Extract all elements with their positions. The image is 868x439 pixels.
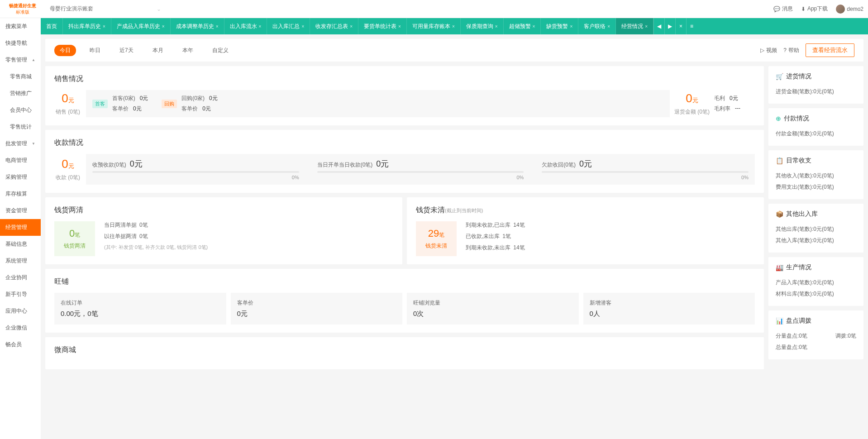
wallet-icon: 📋	[776, 157, 783, 164]
sales-detail-box: 首客 首客(0家)0元 客单价0元 回购 回购(0家)0元 客单价0元	[86, 90, 670, 117]
prepay-segment: 收预收款(0笔)0元 0%	[92, 158, 299, 180]
sidebar-item[interactable]: 批发管理▼	[0, 135, 41, 152]
date-tab[interactable]: 昨日	[84, 45, 106, 56]
sidebar-item[interactable]: 系统管理	[0, 253, 41, 269]
video-link[interactable]: ▷视频	[760, 47, 777, 54]
user-menu[interactable]: demo2	[836, 5, 863, 14]
sidebar-item[interactable]: 采购管理	[0, 169, 41, 186]
message-icon: 💬	[773, 6, 780, 12]
nav-tab[interactable]: 要货单统计表×	[358, 18, 407, 34]
nav-tab[interactable]: 首页	[41, 18, 63, 34]
nav-tab[interactable]: 出入库汇总×	[267, 18, 310, 34]
nav-tab[interactable]: 超储预警×	[504, 18, 541, 34]
microshop-card: 微商城	[45, 337, 764, 369]
nav-tab[interactable]: 收发存汇总表×	[310, 18, 358, 34]
collection-amount-block: 0元 收款 (0笔)	[54, 157, 81, 181]
nav-control[interactable]: ▶	[664, 18, 675, 34]
nav-tab[interactable]: 客户联络×	[578, 18, 616, 34]
date-tab[interactable]: 本月	[147, 45, 169, 56]
close-icon[interactable]: ×	[495, 24, 498, 29]
box-icon: 📦	[776, 210, 783, 218]
repeat-buy-badge: 回购	[162, 100, 177, 108]
close-icon[interactable]: ×	[216, 24, 219, 29]
sidebar-item[interactable]: 零售管理▲	[0, 52, 41, 68]
app-download-link[interactable]: ⬇App下载	[801, 5, 828, 13]
sidebar-item[interactable]: 应用中心	[0, 303, 41, 320]
account-selector[interactable]: 母婴行业演示账套 ⌄	[50, 5, 773, 13]
collection-card: 收款情况 0元 收款 (0笔) 收预收款(0笔)0元 0% 当日开单当日收款(0…	[45, 130, 764, 193]
nav-control[interactable]: ◀	[653, 18, 664, 34]
chevron-icon: ▲	[32, 58, 35, 62]
nav-tab[interactable]: 产成品入库单历史×	[111, 18, 171, 34]
sidebar-item[interactable]: 企业协同	[0, 269, 41, 286]
shop-card: 旺铺 在线订单0.00元，0笔 客单价0元 旺铺浏览量0次 新增潜客0人	[45, 269, 764, 333]
close-icon[interactable]: ×	[259, 24, 262, 29]
sidebar-item[interactable]: 快捷导航	[0, 35, 41, 52]
sidebar-item[interactable]: 搜索菜单	[0, 18, 41, 35]
date-tab[interactable]: 近7天	[114, 45, 139, 56]
avatar	[836, 5, 845, 14]
daily-io-card: 📋日常收支 其他收入(笔数):0元(0笔) 费用支出(笔数):0元(0笔)	[768, 150, 863, 199]
date-range-tabs: 今日昨日近7天本月本年自定义	[54, 45, 234, 56]
main-nav-tabs: 首页抖出库单历史×产成品入库单历史×成本调整单历史×出入库流水×出入库汇总×收发…	[41, 18, 868, 34]
close-icon[interactable]: ×	[162, 24, 165, 29]
help-link[interactable]: ?帮助	[783, 47, 799, 54]
factory-icon: 🏭	[776, 264, 783, 271]
close-icon[interactable]: ×	[570, 24, 572, 29]
sidebar-item[interactable]: 经营管理	[0, 219, 41, 236]
avg-price-cell: 客单价0元	[231, 293, 403, 324]
date-tab[interactable]: 本年	[177, 45, 199, 56]
sidebar-item[interactable]: 会员中心	[0, 102, 41, 119]
toolbar: 今日昨日近7天本月本年自定义 ▷视频 ?帮助 查看经营流水	[45, 39, 863, 62]
payment-card: ⊕付款情况 付款金额(笔数):0元(0笔)	[768, 108, 863, 146]
nav-tab[interactable]: 保质期查询×	[461, 18, 504, 34]
play-icon: ▷	[760, 47, 764, 53]
sidebar-item[interactable]: 库存核算	[0, 186, 41, 202]
sales-card: 销售情况 0元 销售 (0笔) 首客 首客(0家)0元 客单价0元	[45, 66, 764, 125]
logo: 畅捷通好生意 标准版	[5, 3, 41, 15]
nav-control[interactable]: ×	[675, 18, 686, 34]
view-flow-button[interactable]: 查看经营流水	[806, 43, 854, 57]
close-icon[interactable]: ×	[645, 24, 648, 29]
close-icon[interactable]: ×	[301, 24, 304, 29]
nav-tab[interactable]: 可用量库存账本×	[407, 18, 461, 34]
close-icon[interactable]: ×	[398, 24, 401, 29]
sidebar-item[interactable]: 新手引导	[0, 286, 41, 303]
download-icon: ⬇	[801, 6, 806, 12]
nav-tab[interactable]: 经营情况×	[616, 18, 653, 34]
messages-link[interactable]: 💬消息	[773, 5, 793, 13]
close-icon[interactable]: ×	[350, 24, 353, 29]
date-tab[interactable]: 自定义	[207, 45, 234, 56]
nav-control[interactable]: ≡	[686, 18, 697, 34]
sidebar-item[interactable]: 基础信息	[0, 236, 41, 253]
nav-tab[interactable]: 抖出库单历史×	[63, 18, 111, 34]
account-name: 母婴行业演示账套	[50, 5, 93, 13]
clear-count-box: 0笔 钱货两清	[54, 221, 95, 256]
money-goods-unclear-card: 钱货未清(截止到当前时间) 29笔 钱货未清 到期未收款,已出库14笔 已收款,…	[407, 197, 764, 264]
close-icon[interactable]: ×	[452, 24, 455, 29]
close-icon[interactable]: ×	[533, 24, 535, 29]
collection-title: 收款情况	[54, 138, 755, 148]
close-icon[interactable]: ×	[607, 24, 610, 29]
first-customer-badge: 首客	[92, 100, 108, 108]
nav-tab[interactable]: 成本调整单历史×	[171, 18, 224, 34]
sidebar-item[interactable]: 营销推广	[0, 85, 41, 102]
money-icon: ⊕	[776, 115, 781, 122]
top-bar: 畅捷通好生意 标准版 母婴行业演示账套 ⌄ 💬消息 ⬇App下载 demo2	[0, 0, 868, 18]
return-amount-block: 0元 退货金额 (0笔)	[674, 91, 710, 116]
date-tab[interactable]: 今日	[54, 45, 76, 56]
close-icon[interactable]: ×	[103, 24, 105, 29]
chevron-icon: ▼	[32, 142, 35, 146]
nav-tab[interactable]: 出入库流水×	[224, 18, 267, 34]
inventory-icon: 📊	[776, 317, 783, 324]
sidebar-item[interactable]: 企业微信	[0, 320, 41, 336]
sidebar-item[interactable]: 畅会员	[0, 336, 41, 353]
sidebar-item[interactable]: 零售商城	[0, 68, 41, 85]
sidebar-item[interactable]: 电商管理	[0, 152, 41, 169]
nav-tab[interactable]: 缺货预警×	[541, 18, 578, 34]
new-leads-cell: 新增潜客0人	[583, 293, 755, 324]
sidebar: 搜索菜单快捷导航零售管理▲零售商城营销推广会员中心零售统计批发管理▼电商管理采购…	[0, 18, 41, 374]
sidebar-item[interactable]: 零售统计	[0, 119, 41, 135]
sidebar-item[interactable]: 资金管理	[0, 202, 41, 219]
chevron-down-icon: ⌄	[157, 6, 161, 12]
